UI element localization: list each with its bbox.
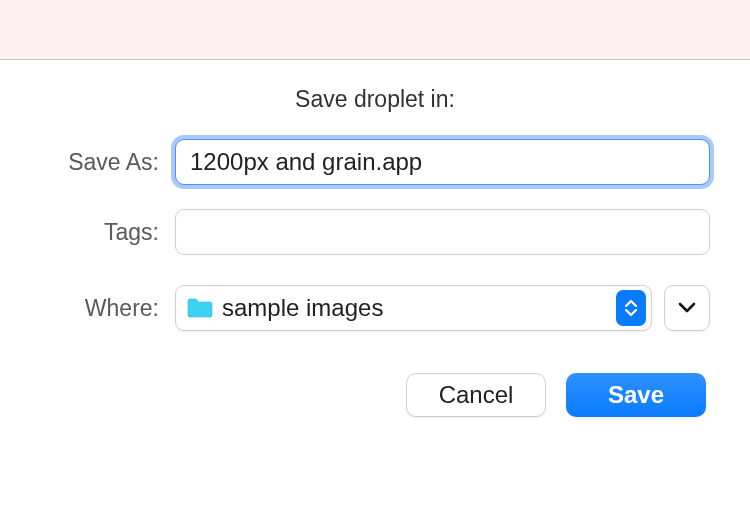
- save-as-input[interactable]: [175, 139, 710, 185]
- where-select[interactable]: sample images: [175, 285, 652, 331]
- save-as-label: Save As:: [40, 149, 175, 176]
- folder-icon: [186, 297, 214, 319]
- up-down-arrows-icon: [616, 290, 646, 326]
- tags-label: Tags:: [40, 219, 175, 246]
- save-as-row: Save As:: [40, 139, 710, 185]
- tags-input[interactable]: [175, 209, 710, 255]
- tags-row: Tags:: [40, 209, 710, 255]
- chevron-down-icon: [678, 299, 696, 317]
- cancel-button[interactable]: Cancel: [406, 373, 546, 417]
- save-dialog: Save droplet in: Save As: Tags: Where: s…: [0, 60, 750, 417]
- where-value-text: sample images: [222, 294, 616, 322]
- where-row: Where: sample images: [40, 285, 710, 331]
- window-header-strip: [0, 0, 750, 60]
- expand-toggle-button[interactable]: [664, 285, 710, 331]
- dialog-title: Save droplet in:: [40, 86, 710, 113]
- dialog-button-row: Cancel Save: [40, 373, 710, 417]
- save-button[interactable]: Save: [566, 373, 706, 417]
- where-label: Where:: [40, 295, 175, 322]
